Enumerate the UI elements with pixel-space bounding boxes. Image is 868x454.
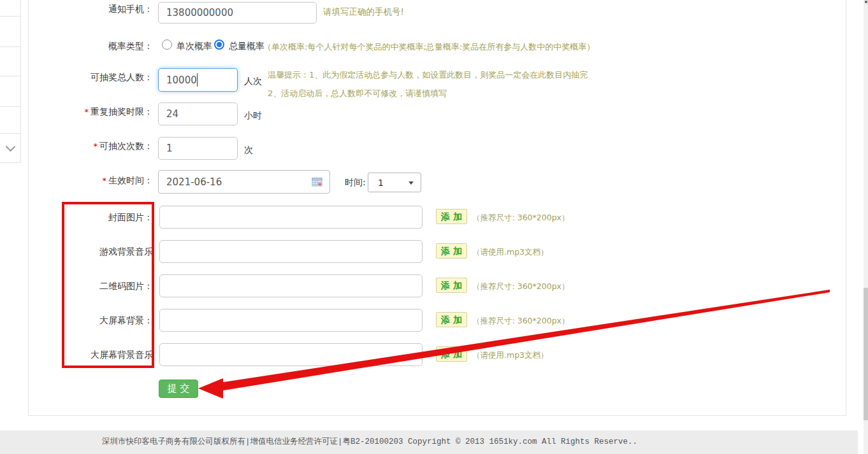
footer-copyright: 深圳市快印客电子商务有限公司版权所有|增值电信业务经营许可证|粤B2-20100… — [102, 430, 637, 454]
required-asterisk: * — [85, 107, 89, 117]
probability-label: 概率类型： — [36, 41, 153, 52]
text-cursor — [197, 73, 198, 87]
total-people-label: 可抽奖总人数： — [36, 72, 153, 83]
sidebar-item-stub[interactable] — [0, 0, 21, 17]
qrcode-image-label: 二维码图片： — [36, 281, 153, 292]
probability-note: （单次概率:每个人针对每个奖品的中奖概率;总量概率:奖品在所有参与人数中的中奖概… — [263, 41, 595, 53]
game-bgm-input[interactable] — [159, 240, 423, 263]
qrcode-image-hint: （推荐尺寸: 360*200px） — [472, 281, 569, 292]
radio-total-probability[interactable] — [214, 39, 224, 50]
bigscreen-bgm-label: 大屏幕背景音乐 — [36, 350, 153, 361]
cover-image-input[interactable] — [159, 206, 423, 229]
bigscreen-bg-add-button[interactable]: 添 加 — [436, 312, 467, 327]
sidebar-item-stub[interactable] — [0, 46, 21, 76]
scrollbar-thumb[interactable] — [864, 288, 868, 420]
repeat-limit-label: *重复抽奖时限： — [36, 106, 153, 118]
required-asterisk: * — [94, 141, 98, 151]
sidebar-item-stub[interactable] — [0, 76, 21, 107]
calendar-icon[interactable] — [312, 176, 322, 189]
total-people-tip2: 2、活动启动后，总人数即不可修改，请谨慎填写 — [268, 88, 447, 99]
radio-total-probability-label[interactable]: 总量概率 — [229, 41, 264, 52]
phone-input[interactable] — [158, 2, 317, 24]
draw-times-label: *可抽次次数： — [36, 141, 153, 152]
draw-times-unit: 次 — [244, 145, 253, 156]
bigscreen-bg-input[interactable] — [159, 309, 423, 332]
qrcode-image-input[interactable] — [159, 274, 423, 297]
scrollbar-arrow-icon — [865, 1, 867, 3]
cover-image-add-button[interactable]: 添 加 — [436, 209, 467, 224]
draw-times-input[interactable] — [158, 137, 238, 160]
game-bgm-add-button[interactable]: 添 加 — [436, 243, 467, 259]
bigscreen-bg-label: 大屏幕背景： — [36, 315, 153, 327]
sidebar-item-stub[interactable] — [0, 106, 21, 134]
sidebar-item-stub[interactable] — [0, 16, 21, 47]
total-people-input[interactable] — [158, 68, 238, 92]
chevron-down-icon — [409, 181, 414, 185]
bigscreen-bgm-add-button[interactable]: 添 加 — [436, 346, 467, 362]
submit-button[interactable]: 提 交 — [159, 380, 198, 398]
chevron-down-icon — [6, 142, 16, 152]
effective-time-label: *生效时间： — [36, 175, 153, 187]
total-people-tip1: 温馨提示：1、此为假定活动总参与人数，如设置此数目，则奖品一定会在此数目内抽完 — [268, 69, 588, 81]
game-bgm-hint: （请使用.mp3文档） — [472, 247, 549, 258]
phone-hint: 请填写正确的手机号! — [323, 6, 404, 18]
phone-label: 通知手机： — [36, 4, 153, 15]
time-select[interactable]: 1 — [368, 173, 421, 192]
radio-single-probability-label[interactable]: 单次概率 — [177, 41, 212, 52]
repeat-limit-input[interactable] — [158, 103, 238, 125]
bigscreen-bgm-hint: （请使用.mp3文档） — [472, 350, 549, 361]
radio-single-probability[interactable] — [162, 39, 172, 50]
bigscreen-bgm-input[interactable] — [159, 343, 423, 366]
cover-image-hint: （推荐尺寸: 360*200px） — [472, 213, 569, 223]
total-people-unit: 人次 — [244, 76, 262, 87]
time-select-value: 1 — [378, 178, 384, 188]
game-bgm-label: 游戏背景音乐 — [36, 246, 153, 258]
required-asterisk: * — [103, 176, 107, 185]
effective-date-input[interactable] — [158, 170, 330, 194]
sidebar-item-stub[interactable] — [0, 133, 21, 163]
footer: 深圳市快印客电子商务有限公司版权所有|增值电信业务经营许可证|粤B2-20100… — [0, 430, 858, 454]
time-label: 时间: — [345, 177, 366, 188]
cover-image-label: 封面图片： — [36, 212, 153, 223]
bigscreen-bg-hint: （推荐尺寸: 360*200px） — [472, 316, 569, 327]
repeat-limit-unit: 小时 — [244, 110, 262, 122]
qrcode-image-add-button[interactable]: 添 加 — [436, 278, 467, 293]
